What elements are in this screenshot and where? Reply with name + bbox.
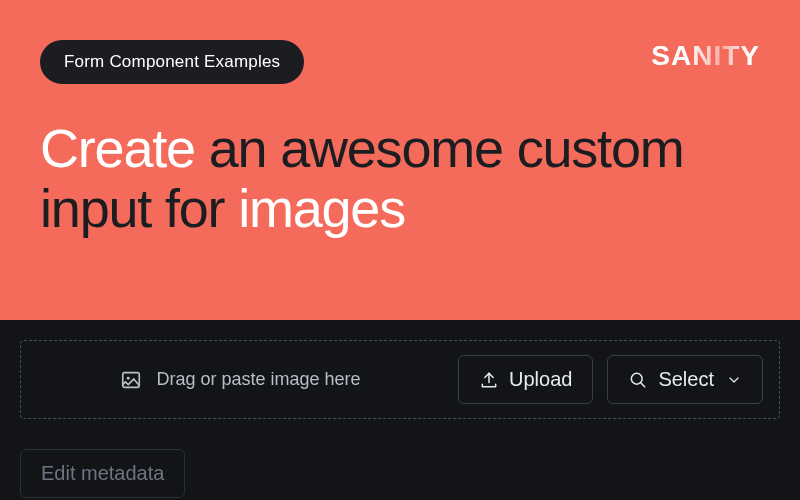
headline-part-1: Create [40,118,195,178]
upload-button[interactable]: Upload [458,355,593,404]
dropzone-prompt: Drag or paste image here [37,369,444,391]
metadata-row: Edit metadata [20,449,780,498]
edit-metadata-button[interactable]: Edit metadata [20,449,185,498]
dropzone-text: Drag or paste image here [156,369,360,390]
chevron-down-icon [726,372,742,388]
image-icon [120,369,142,391]
brand-text: SANITY [651,40,760,71]
hero-banner: Form Component Examples SANITY Create an… [0,0,800,320]
page-title: Create an awesome custom input for image… [40,118,760,239]
category-badge: Form Component Examples [40,40,304,84]
brand-logo: SANITY [651,40,760,72]
upload-icon [479,370,499,390]
select-label: Select [658,368,714,391]
search-icon [628,370,648,390]
edit-metadata-label: Edit metadata [41,462,164,485]
form-panel: Drag or paste image here Upload Select [0,320,800,500]
svg-rect-0 [123,372,140,387]
svg-point-1 [127,376,130,379]
image-dropzone[interactable]: Drag or paste image here Upload Select [20,340,780,419]
select-button[interactable]: Select [607,355,763,404]
headline-part-3: images [238,178,405,238]
upload-label: Upload [509,368,572,391]
